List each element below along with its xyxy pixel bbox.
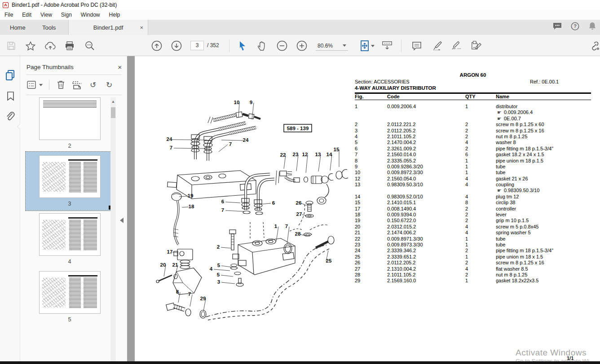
feedback-bubble-icon[interactable]: [553, 22, 562, 30]
page-thumbnails-panel-icon[interactable]: [5, 70, 16, 80]
zoom-level-dropdown[interactable]: 80.6%: [316, 41, 348, 51]
callout-number: 7: [170, 145, 172, 150]
table-row: 202.0312.015.24screw m 5 p.0.8x45: [355, 224, 591, 230]
cell-fig: 13: [355, 182, 360, 188]
extract-pages-icon[interactable]: [72, 80, 82, 90]
cell-name: spring washer 5: [496, 230, 531, 236]
cell-qty: 2: [465, 260, 468, 266]
panel-scrollbar[interactable]: ▲: [110, 97, 116, 361]
print-icon[interactable]: [64, 40, 75, 51]
cell-fig: 1: [355, 104, 357, 110]
cell-name: grip m 10 p.1.5: [496, 218, 529, 224]
comment-icon[interactable]: [411, 40, 422, 51]
thumbnail-page-4[interactable]: 4: [29, 213, 110, 265]
thumbnail-preview[interactable]: [39, 213, 101, 256]
scrolling-mode-icon[interactable]: [382, 40, 393, 51]
panel-scrollbar-thumb[interactable]: [111, 107, 115, 118]
highlight-icon[interactable]: [432, 40, 442, 51]
panel-close-icon[interactable]: ×: [118, 63, 122, 71]
menu-item-edit[interactable]: Edit: [18, 10, 36, 19]
table-row: 140.98309.52.0/104plug tm 12: [355, 194, 591, 200]
cell-name: plug tm 12: [496, 194, 519, 200]
cell-qty: 1: [465, 254, 468, 260]
menu-item-file[interactable]: File: [0, 10, 18, 19]
panel-splitter[interactable]: [127, 56, 135, 361]
thumbnail-page-2[interactable]: 2: [29, 97, 110, 149]
cell-qty: 1: [465, 236, 468, 242]
thumbnail-preview[interactable]: [39, 97, 101, 140]
rotate-left-icon[interactable]: ↺: [88, 80, 98, 90]
delete-pages-icon[interactable]: [56, 80, 66, 90]
select-tool-pointer-icon[interactable]: [237, 40, 248, 51]
zoom-out-icon[interactable]: [277, 40, 287, 51]
scroll-up-arrow-icon[interactable]: ▲: [111, 99, 115, 104]
cell-fig: 28: [355, 272, 360, 278]
cell-code: 2.3339.651.2: [387, 254, 416, 260]
stamps-icon[interactable]: [471, 40, 481, 51]
cell-code: 0.150.6722.0: [387, 218, 416, 224]
thumbnail-options-icon[interactable]: [26, 80, 36, 90]
next-page-icon[interactable]: [171, 40, 182, 51]
menu-item-view[interactable]: View: [36, 10, 57, 19]
pointing-hand-icon: ☛: [497, 116, 502, 122]
cell-name: screw m 8 p.1.25 x 16: [496, 128, 544, 134]
menu-item-help[interactable]: Help: [105, 10, 125, 19]
callout-leader-line: [221, 275, 233, 276]
hand-tool-icon[interactable]: [257, 40, 268, 51]
doc-model-title: ARGON 60: [355, 72, 591, 78]
notifications-bell-icon[interactable]: [588, 22, 596, 31]
thumbnail-page-3[interactable]: 3: [29, 155, 110, 207]
table-row: 292.1569.160.01gasket 18.2x22x3.5: [355, 278, 591, 284]
tab-home[interactable]: Home: [4, 20, 32, 35]
link-icon[interactable]: [589, 40, 600, 51]
cell-code: 2.1560.014.0: [387, 152, 416, 158]
callout-number: 7: [221, 207, 224, 213]
cell-fig: 21: [355, 230, 360, 236]
thumbnail-options-caret[interactable]: [39, 84, 43, 86]
cell-name: gasket 21 x 26: [496, 176, 528, 182]
cell-qty: 2: [465, 122, 468, 127]
table-row: 130.98309.50.3/104coupling: [355, 182, 591, 188]
menu-item-sign[interactable]: Sign: [57, 10, 76, 19]
zoom-in-icon[interactable]: [296, 40, 307, 51]
diagram-callouts: 1092424772223121314151918667262717282172…: [160, 100, 340, 311]
table-row: 252.3339.651.21pipe union m 18 x 1.5: [355, 254, 591, 260]
attachments-panel-icon[interactable]: [5, 111, 16, 122]
thumbnail-preview[interactable]: [39, 271, 101, 314]
fit-page-dropdown-caret[interactable]: [371, 45, 375, 47]
search-icon[interactable]: [84, 40, 95, 51]
panel-collapse-arrow-icon[interactable]: [120, 218, 124, 223]
figure-number-label: 589 - 139: [287, 126, 309, 131]
callout-leader-line: [318, 155, 321, 171]
page-number-input[interactable]: 3: [190, 41, 204, 50]
help-icon[interactable]: ?: [571, 22, 579, 31]
tab-tools[interactable]: Tools: [36, 20, 62, 35]
callout-leader-line: [221, 282, 235, 284]
tab-close-icon[interactable]: ×: [140, 24, 143, 31]
save-icon[interactable]: [6, 40, 17, 51]
tab-document[interactable]: Binder1.pdf ×: [68, 20, 148, 35]
previous-page-icon[interactable]: [151, 40, 162, 51]
star-favorites-icon[interactable]: [25, 40, 36, 51]
cell-name: washer 8: [496, 140, 516, 145]
exploded-parts-diagram: 589 - 139 109242477222312131415191866726…: [150, 67, 355, 357]
thumbnail-page-5[interactable]: 5: [29, 271, 110, 323]
taskbar-edge: [0, 361, 600, 364]
thumbnail-preview[interactable]: [39, 155, 101, 198]
cell-name: tube: [496, 236, 505, 242]
rotate-right-icon[interactable]: ↻: [104, 80, 114, 90]
cell-code: 2.1569.160.0: [387, 278, 416, 284]
share-cloud-icon[interactable]: [45, 40, 56, 51]
bookmarks-panel-icon[interactable]: [5, 91, 16, 101]
cell-name: gasket 18.2x22x3.5: [496, 278, 538, 284]
col-header-fig: Fig.: [355, 94, 364, 99]
fill-sign-icon[interactable]: [451, 40, 462, 51]
table-row: 72.1560.014.06gasket 18.2 x 24 x 1.5: [355, 152, 591, 158]
cell-fig: 5: [355, 140, 357, 145]
page-total-label: / 352: [207, 42, 219, 48]
fit-page-icon[interactable]: [359, 40, 370, 51]
tab-bar: Home Tools Binder1.pdf × ?: [0, 20, 600, 35]
doc-title: 4-WAY AUXILIARY DISTRIBUTOR: [355, 85, 436, 91]
cell-code: 2.3335.055.2: [387, 158, 416, 164]
menu-item-window[interactable]: Window: [76, 10, 105, 19]
